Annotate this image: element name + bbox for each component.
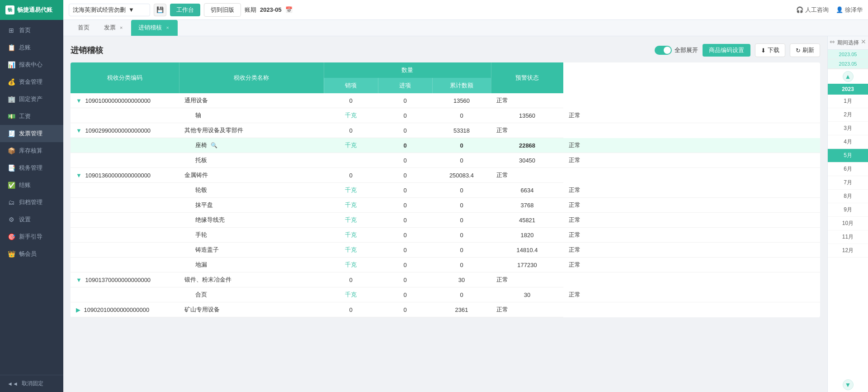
sidebar-unpin-button[interactable]: ◄◄ 取消固定 xyxy=(0,375,63,392)
period-month-6月[interactable]: 6月 xyxy=(828,163,868,176)
reconcile-table-wrapper: 税收分类编码 税收分类名称 数量 预警状态 销项 进项 累计数额 xyxy=(71,62,820,317)
topbar: 沈海英测试经营勿删 ▼ 💾 工作台 切到旧版 账期 2023-05 📅 🎧 人工… xyxy=(63,0,868,20)
sidebar-item-member[interactable]: 👑畅会员 xyxy=(0,245,63,263)
cell-unit: 千克 xyxy=(324,198,378,213)
sidebar-item-salary[interactable]: 💵工资 xyxy=(0,108,63,125)
cell-unit: 千克 xyxy=(324,228,378,243)
table-row: 托板0030450正常 xyxy=(71,153,820,168)
period-month-10月[interactable]: 10月 xyxy=(828,217,868,230)
cell-code: ▼ 10901360000000000000 xyxy=(71,168,179,183)
table-row[interactable]: ▼ 10901370000000000000 锻件、粉末冶金件 0 0 30 正… xyxy=(71,272,820,287)
period-month-8月[interactable]: 8月 xyxy=(828,190,868,203)
expand-icon[interactable]: ▶ xyxy=(76,306,80,313)
table-row: 手轮千克001820正常 xyxy=(71,228,820,243)
table-row: 铸造盖子千克0014810.4正常 xyxy=(71,243,820,258)
sidebar-item-home[interactable]: ⊞首页 xyxy=(0,22,63,39)
switch-version-button[interactable]: 切到旧版 xyxy=(204,3,241,17)
sidebar-item-tax[interactable]: 📑税务管理 xyxy=(0,159,63,177)
table-row[interactable]: ▼ 10901000000000000000 通用设备 0 0 13560 正常 xyxy=(71,93,820,108)
expand-icon[interactable]: ▼ xyxy=(76,127,82,134)
period-top-row-1[interactable]: 2023.05 xyxy=(828,50,868,59)
app-logo: 畅 畅捷通易代账 xyxy=(0,0,63,20)
cell-code: ▼ 10901000000000000000 xyxy=(71,93,179,108)
download-icon: ⬇ xyxy=(761,47,766,54)
cell-cumulative: 45821 xyxy=(491,213,563,228)
sidebar-item-inventory[interactable]: 📦库存核算 xyxy=(0,142,63,159)
sidebar-item-archive[interactable]: 🗂归档管理 xyxy=(0,194,63,211)
cell-name: 座椅🔍 xyxy=(179,138,324,153)
salary-icon: 💵 xyxy=(7,113,15,120)
period-month-7月[interactable]: 7月 xyxy=(828,176,868,190)
period-up-button[interactable]: ▲ xyxy=(843,71,854,82)
table-row[interactable]: ▼ 10901360000000000000 金属铸件 0 0 250083.4… xyxy=(71,168,820,183)
cell-cumulative: 14810.4 xyxy=(491,243,563,258)
sidebar-label-ledger: 总账 xyxy=(19,43,31,52)
table-row: 地漏千克00177230正常 xyxy=(71,258,820,272)
user-profile[interactable]: 👤 徐泽华 xyxy=(836,6,863,14)
cell-cumulative: 30 xyxy=(491,287,563,302)
save-button[interactable]: 💾 xyxy=(154,4,166,16)
workspace-button[interactable]: 工作台 xyxy=(170,4,200,16)
period-month-4月[interactable]: 4月 xyxy=(828,135,868,149)
search-icon[interactable]: 🔍 xyxy=(211,142,217,148)
sidebar-item-funds[interactable]: 💰资金管理 xyxy=(0,73,63,91)
period-month-3月[interactable]: 3月 xyxy=(828,122,868,135)
company-selector[interactable]: 沈海英测试经营勿删 ▼ xyxy=(69,4,150,16)
refresh-button[interactable]: ↻ 刷新 xyxy=(790,43,820,57)
tab-close-reconcile[interactable]: × xyxy=(165,24,170,31)
period-month-1月[interactable]: 1月 xyxy=(828,95,868,108)
expand-icon[interactable]: ▼ xyxy=(76,277,82,283)
table-row[interactable]: ▼ 10902990000000000000 其他专用设备及零部件 0 0 53… xyxy=(71,123,820,138)
period-month-12月[interactable]: 12月 xyxy=(828,244,868,258)
panel-expand-button[interactable]: ⇔ xyxy=(830,38,835,45)
member-icon: 👑 xyxy=(7,250,15,258)
table-row[interactable]: ▶ 10902010000000000000 矿山专用设备 0 0 2361 正… xyxy=(71,302,820,317)
cell-unit xyxy=(324,153,378,168)
table-row: 抹平盘千克003768正常 xyxy=(71,198,820,213)
sidebar-label-assets: 固定资产 xyxy=(19,95,42,103)
cell-indent xyxy=(71,287,179,302)
expand-icon[interactable]: ▼ xyxy=(76,172,82,179)
tab-invoice[interactable]: 发票× xyxy=(97,20,131,36)
support-link[interactable]: 🎧 人工咨询 xyxy=(796,6,829,14)
cell-name: 抹平盘 xyxy=(179,198,324,213)
sidebar-item-assets[interactable]: 🏢固定资产 xyxy=(0,91,63,108)
sidebar-item-settings[interactable]: ⚙设置 xyxy=(0,211,63,228)
settings-icon: ⚙ xyxy=(7,216,15,223)
panel-close-button[interactable]: ✕ xyxy=(861,38,866,45)
sidebar-item-reports[interactable]: 📊报表中心 xyxy=(0,56,63,73)
expand-toggle-switch[interactable] xyxy=(655,46,672,55)
sidebar-item-settle[interactable]: ✅结账 xyxy=(0,177,63,194)
period-month-11月[interactable]: 11月 xyxy=(828,230,868,244)
sidebar-item-invoice[interactable]: 🧾发票管理 xyxy=(0,125,63,142)
tab-close-invoice[interactable]: × xyxy=(118,24,124,31)
cell-cumulative: 177230 xyxy=(491,258,563,272)
period-month-5月[interactable]: 5月 xyxy=(828,149,868,163)
expand-icon[interactable]: ▼ xyxy=(76,97,82,104)
sidebar-item-ledger[interactable]: 📋总账 xyxy=(0,39,63,56)
table-row: 座椅🔍千克0022868正常 xyxy=(71,138,820,153)
cell-status: 正常 xyxy=(563,198,820,213)
cell-indent xyxy=(71,228,179,243)
cell-code: ▼ 10902990000000000000 xyxy=(71,123,179,138)
period-nav-up: ▲ xyxy=(828,69,868,84)
cell-sales: 0 xyxy=(324,168,378,183)
period-down-button[interactable]: ▼ xyxy=(843,379,854,390)
dropdown-icon: ▼ xyxy=(128,6,134,13)
period-month-9月[interactable]: 9月 xyxy=(828,203,868,217)
cell-name: 矿山专用设备 xyxy=(179,302,324,317)
year-label-2023[interactable]: 2023 xyxy=(828,84,868,95)
sidebar-item-guide[interactable]: 🎯新手引导 xyxy=(0,228,63,245)
calendar-icon[interactable]: 📅 xyxy=(285,6,292,13)
product-code-button[interactable]: 商品编码设置 xyxy=(703,44,750,57)
download-button[interactable]: ⬇ 下载 xyxy=(755,43,785,57)
tab-reconcile[interactable]: 进销稽核× xyxy=(131,20,177,36)
home-icon: ⊞ xyxy=(7,27,15,34)
period-top-row-2[interactable]: 2023.05 xyxy=(828,59,868,69)
tab-label-reconcile: 进销稽核 xyxy=(138,24,162,32)
period-month-2月[interactable]: 2月 xyxy=(828,108,868,122)
tab-home[interactable]: 首页 xyxy=(71,20,97,36)
cell-status: 正常 xyxy=(491,93,563,108)
tab-label-home: 首页 xyxy=(78,24,90,32)
cell-status: 正常 xyxy=(563,108,820,123)
